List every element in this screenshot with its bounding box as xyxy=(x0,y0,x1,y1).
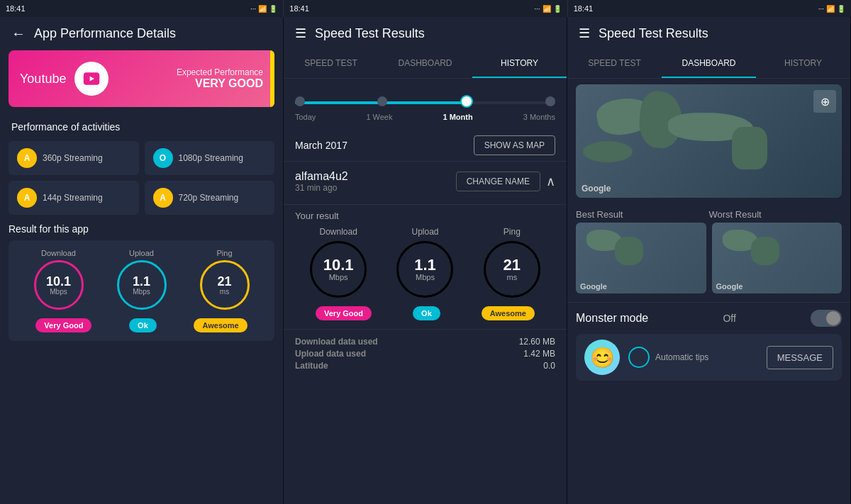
download-circle: 10.1 Mbps xyxy=(34,260,84,310)
metric-download: Download 10.1 Mbps xyxy=(34,249,84,310)
activity-grid: A 360p Streaming O 1080p Streaming A 144… xyxy=(0,141,283,223)
change-name-button[interactable]: CHANGE NAME xyxy=(456,172,540,191)
result-title: Result for this app xyxy=(9,223,274,235)
menu-button-3[interactable]: ☰ xyxy=(579,26,590,41)
upload-circle: 1.1 Mbps xyxy=(117,260,167,310)
time-slider[interactable]: Today 1 Week 1 Month 3 Months xyxy=(284,79,567,130)
panel1-title: App Performance Details xyxy=(34,26,176,41)
list-item: O 1080p Streaming xyxy=(145,141,275,175)
tab-speed-test-2[interactable]: SPEED TEST xyxy=(284,50,378,78)
data-row-lat: Latitude 0.0 xyxy=(295,361,555,371)
slider-label-3months: 3 Months xyxy=(523,113,555,121)
slider-labels: Today 1 Week 1 Month 3 Months xyxy=(295,113,555,121)
metric-badges-2: Very Good Ok Awesome xyxy=(284,306,567,329)
panel2-header: ☰ Speed Test Results xyxy=(284,17,567,50)
time-1: 18:41 xyxy=(6,4,26,13)
status-bar-1: 18:41 ···📶🔋 xyxy=(0,0,284,17)
upload-label: Upload xyxy=(129,249,154,257)
entry-name: alfama4u2 xyxy=(295,170,348,183)
monster-mode-label: Monster mode xyxy=(576,312,648,325)
ping-badge: Awesome xyxy=(194,318,247,332)
chevron-up-icon[interactable]: ∧ xyxy=(546,174,555,189)
ping-badge-2: Awesome xyxy=(482,306,535,320)
upload-value-2: 1.1 xyxy=(414,257,436,273)
entry-info: alfama4u2 31 min ago xyxy=(295,170,348,193)
tab-dashboard-2[interactable]: DASHBOARD xyxy=(378,50,472,78)
tab-dashboard-3[interactable]: DASHBOARD xyxy=(662,50,756,78)
activity-badge: A xyxy=(17,148,37,168)
ping-circle: 21 ms xyxy=(200,260,250,310)
download-data-val: 12.60 MB xyxy=(519,337,555,347)
slider-dot-3months xyxy=(545,96,555,106)
performance-rating: Expected Performance VERY GOOD xyxy=(177,67,263,90)
activities-title: Performance of activities xyxy=(0,116,283,138)
history-date: March 2017 xyxy=(295,140,347,151)
menu-button-2[interactable]: ☰ xyxy=(295,26,306,41)
youtube-icon xyxy=(74,62,109,96)
metric-badges: Very Good Ok Awesome xyxy=(17,318,266,332)
compass-button[interactable]: ⊕ xyxy=(813,90,836,113)
auto-tips: Automatic tips xyxy=(628,347,708,368)
metric-upload-2: Upload 1.1 Mbps xyxy=(396,227,453,298)
worst-map[interactable]: Google xyxy=(712,223,842,293)
result-labels: Best Result Worst Result xyxy=(567,203,850,223)
monster-toggle[interactable] xyxy=(811,310,842,327)
activity-label: 1080p Streaming xyxy=(179,153,243,163)
status-bar-3: 18:41 ···📶🔋 xyxy=(568,0,851,17)
tab-speed-test-3[interactable]: SPEED TEST xyxy=(567,50,662,78)
download-badge-2: Very Good xyxy=(316,306,372,320)
monster-avatar: 😊 xyxy=(584,340,620,375)
tips-label: Automatic tips xyxy=(655,352,708,362)
activity-label: 720p Streaming xyxy=(179,193,239,203)
toggle-knob xyxy=(826,311,840,325)
entry-actions: CHANGE NAME ∧ xyxy=(456,172,555,191)
expected-label: Expected Performance xyxy=(177,67,263,77)
entry-time: 31 min ago xyxy=(295,183,348,193)
worst-result-label: Worst Result xyxy=(709,209,842,220)
back-button[interactable]: ← xyxy=(11,26,26,42)
upload-unit: Mbps xyxy=(133,288,150,296)
your-result-label: Your result xyxy=(284,211,567,221)
tips-circle-icon xyxy=(628,347,650,368)
history-header: March 2017 SHOW AS MAP xyxy=(284,130,567,162)
tab-history-2[interactable]: HISTORY xyxy=(472,50,567,78)
mini-maps: Google Google xyxy=(567,223,850,302)
panel3-tabs: SPEED TEST DASHBOARD HISTORY xyxy=(567,50,850,79)
download-label: Download xyxy=(41,249,76,257)
ping-unit: ms xyxy=(220,288,229,296)
tab-history-3[interactable]: HISTORY xyxy=(756,50,850,78)
message-button[interactable]: MESSAGE xyxy=(767,346,833,369)
upload-data-key: Upload data used xyxy=(295,349,366,359)
activity-badge: A xyxy=(17,188,37,208)
best-map-label: Google xyxy=(580,282,607,291)
panel-history: ☰ Speed Test Results SPEED TEST DASHBOAR… xyxy=(284,17,567,504)
show-map-button[interactable]: SHOW AS MAP xyxy=(474,135,555,155)
panel1-header: ← App Performance Details xyxy=(0,17,283,50)
app-name: Youtube xyxy=(20,72,66,86)
yellow-bar xyxy=(270,50,274,107)
result-row-2: Download 10.1 Mbps Upload 1.1 Mbps Ping … xyxy=(284,227,567,306)
history-entry: alfama4u2 31 min ago CHANGE NAME ∧ xyxy=(284,162,567,205)
slider-fill xyxy=(295,101,465,104)
main-map[interactable]: Google ⊕ xyxy=(576,84,842,198)
panel2-tabs: SPEED TEST DASHBOARD HISTORY xyxy=(284,50,567,79)
best-result-label: Best Result xyxy=(576,209,709,220)
download-data-key: Download data used xyxy=(295,337,378,347)
result-card: Download 10.1 Mbps Upload 1.1 Mbps xyxy=(9,240,274,341)
metric-ping: Ping 21 ms xyxy=(200,249,250,310)
result-section: Result for this app Download 10.1 Mbps U… xyxy=(0,223,283,341)
list-item: A 144p Streaming xyxy=(9,181,139,215)
upload-circle-2: 1.1 Mbps xyxy=(396,241,453,298)
worst-map-label: Google xyxy=(716,282,743,291)
list-item: A 720p Streaming xyxy=(145,181,275,215)
download-label-2: Download xyxy=(319,227,357,237)
data-row-download: Download data used 12.60 MB xyxy=(295,337,555,347)
best-map[interactable]: Google xyxy=(576,223,706,293)
download-badge: Very Good xyxy=(35,318,91,332)
upload-unit-2: Mbps xyxy=(416,273,435,281)
panel3-title: Speed Test Results xyxy=(599,26,708,41)
activity-label: 144p Streaming xyxy=(43,193,103,203)
upload-label-2: Upload xyxy=(411,227,438,237)
metric-ping-2: Ping 21 ms xyxy=(484,227,540,298)
panel2-title: Speed Test Results xyxy=(315,26,425,41)
